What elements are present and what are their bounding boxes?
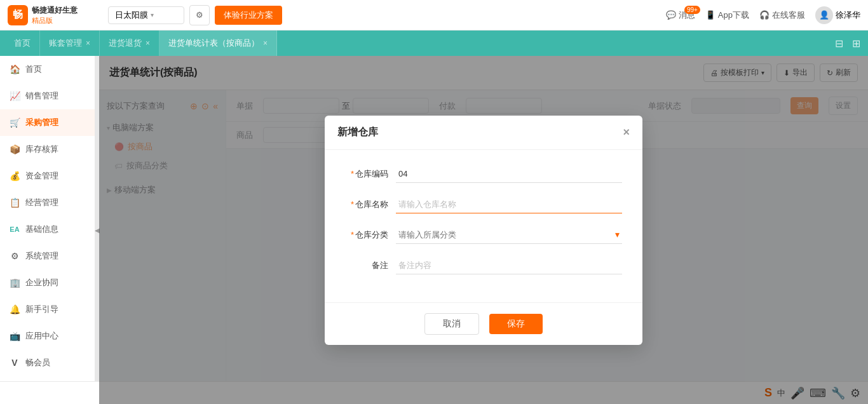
home-icon: 🏠	[9, 64, 20, 75]
content-area: 进货单统计(按商品) 🖨 按模板打印 ▾ ⬇ 导出 ↻ 刷新	[99, 56, 868, 404]
app-download-button[interactable]: 📱 App下载	[705, 10, 749, 21]
form-row-name: 仓库名称	[345, 196, 622, 213]
sidebar: 🏠 首页 📈 销售管理 🛒 采购管理 📦 库存核算 💰 资金管理 📋 经营管理 …	[0, 56, 95, 404]
form-row-code: 仓库编码	[345, 165, 622, 183]
note-input[interactable]	[396, 257, 622, 274]
sidebar-item-guide[interactable]: 🔔 新手引导	[0, 296, 95, 323]
save-button[interactable]: 保存	[489, 314, 543, 334]
gear-icon: ⚙	[196, 10, 203, 20]
app-download-label: App下载	[718, 10, 749, 21]
sidebar-apps-label: 应用中心	[25, 330, 58, 342]
trial-button[interactable]: 体验行业方案	[215, 6, 282, 25]
modal-header: 新增仓库 ×	[325, 116, 642, 150]
sidebar-enterprise-label: 企业协同	[25, 277, 58, 288]
tab-purchase-return[interactable]: 进货退货 ×	[100, 30, 159, 56]
note-label: 备注	[345, 260, 396, 271]
sidebar-vip-label: 畅会员	[25, 357, 50, 368]
vip-icon: V	[9, 357, 20, 368]
form-row-note: 备注	[345, 257, 622, 274]
tab-bar: 首页 账套管理 × 进货退货 × 进货单统计表（按商品） × ⊟ ⊞	[0, 30, 868, 56]
name-label: 仓库名称	[345, 199, 396, 210]
apps-icon: 📺	[9, 330, 20, 342]
headset-icon: 🎧	[759, 10, 770, 20]
tab-account-close[interactable]: ×	[86, 39, 90, 48]
tab-home-label: 首页	[14, 37, 31, 49]
avatar: 👤	[815, 6, 833, 24]
logo-text: 畅捷通好生意 精品版	[32, 5, 78, 25]
sidebar-item-home[interactable]: 🏠 首页	[0, 56, 95, 83]
tab-account-label: 账套管理	[49, 37, 82, 49]
basic-info-icon: EA	[9, 224, 20, 235]
store-name: 日太阳膜	[115, 10, 148, 21]
gear-button[interactable]: ⚙	[189, 5, 210, 25]
enterprise-icon: 🏢	[9, 277, 20, 288]
sidebar-item-apps[interactable]: 📺 应用中心	[0, 323, 95, 349]
inventory-icon: 📦	[9, 144, 20, 155]
top-header: 畅 畅捷通好生意 精品版 日太阳膜 ▾ ⚙ 体验行业方案 💬 消息 99+ 📱 …	[0, 0, 868, 30]
sidebar-system-label: 系统管理	[25, 250, 58, 262]
modal-body: 仓库编码 仓库名称 仓库分类 ▾	[325, 150, 642, 302]
sidebar-item-system[interactable]: ⚙ 系统管理	[0, 243, 95, 269]
tab-purchase-stats[interactable]: 进货单统计表（按商品） ×	[159, 30, 277, 56]
name-input[interactable]	[396, 196, 622, 213]
guide-icon: 🔔	[9, 304, 20, 315]
tab-right-controls: ⊟ ⊞	[832, 37, 863, 50]
sidebar-item-operations[interactable]: 📋 经营管理	[0, 189, 95, 216]
category-select-wrapper: ▾	[396, 226, 622, 244]
sidebar-item-finance[interactable]: 💰 资金管理	[0, 163, 95, 189]
sidebar-item-vip[interactable]: V 畅会员	[0, 349, 95, 376]
sidebar-basic-info-label: 基础信息	[25, 224, 58, 235]
system-icon: ⚙	[9, 250, 20, 262]
finance-icon: 💰	[9, 170, 20, 182]
modal-title: 新增仓库	[337, 126, 378, 139]
tab-account[interactable]: 账套管理 ×	[40, 30, 100, 56]
message-icon: 💬	[666, 10, 676, 20]
modal-close-button[interactable]: ×	[623, 126, 630, 138]
cancel-button[interactable]: 取消	[424, 313, 479, 335]
logo-area: 畅 畅捷通好生意 精品版	[8, 5, 103, 25]
phone-icon: 📱	[705, 10, 715, 20]
sidebar-item-sales[interactable]: 📈 销售管理	[0, 83, 95, 109]
sidebar-item-enterprise[interactable]: 🏢 企业协同	[0, 269, 95, 296]
category-arrow-icon: ▾	[615, 229, 620, 239]
sidebar-inventory-label: 库存核算	[25, 144, 58, 155]
sidebar-operations-label: 经营管理	[25, 197, 58, 208]
logo-sub-text: 精品版	[32, 16, 78, 25]
tab-home[interactable]: 首页	[5, 30, 40, 56]
sales-icon: 📈	[9, 90, 20, 102]
sidebar-home-label: 首页	[25, 64, 42, 75]
category-input[interactable]	[396, 226, 622, 243]
messages-badge: 99+	[684, 6, 700, 14]
sidebar-item-basic-info[interactable]: EA 基础信息	[0, 216, 95, 243]
logo-main-text: 畅捷通好生意	[32, 5, 78, 16]
new-warehouse-modal: 新增仓库 × 仓库编码 仓库名称 仓库	[325, 116, 642, 345]
sidebar-sales-label: 销售管理	[25, 90, 58, 102]
category-label: 仓库分类	[345, 229, 396, 241]
user-profile[interactable]: 👤 徐泽华	[815, 6, 860, 24]
tab-purchase-stats-label: 进货单统计表（按商品）	[168, 37, 259, 49]
tab-minimize-button[interactable]: ⊟	[832, 37, 846, 50]
tab-purchase-return-label: 进货退货	[109, 37, 142, 49]
sidebar-finance-label: 资金管理	[25, 170, 58, 182]
sidebar-item-inventory[interactable]: 📦 库存核算	[0, 136, 95, 163]
code-input[interactable]	[396, 165, 622, 183]
sidebar-purchase-label: 采购管理	[25, 117, 58, 128]
modal-footer: 取消 保存	[325, 302, 642, 345]
tab-purchase-stats-close[interactable]: ×	[263, 39, 268, 48]
online-service-button[interactable]: 🎧 在线客服	[759, 10, 805, 21]
tab-purchase-return-close[interactable]: ×	[146, 39, 150, 48]
messages-button[interactable]: 💬 消息 99+	[666, 10, 695, 21]
form-row-category: 仓库分类 ▾	[345, 226, 622, 244]
username: 徐泽华	[836, 10, 860, 21]
main-layout: 🏠 首页 📈 销售管理 🛒 采购管理 📦 库存核算 💰 资金管理 📋 经营管理 …	[0, 56, 868, 404]
tab-expand-button[interactable]: ⊞	[850, 37, 863, 50]
online-service-label: 在线客服	[772, 10, 805, 21]
modal-overlay: 新增仓库 × 仓库编码 仓库名称 仓库	[99, 56, 868, 404]
operations-icon: 📋	[9, 197, 20, 208]
chevron-down-icon: ▾	[151, 11, 154, 18]
sidebar-item-purchase[interactable]: 🛒 采购管理	[0, 109, 95, 136]
sidebar-guide-label: 新手引导	[25, 304, 58, 315]
store-selector[interactable]: 日太阳膜 ▾	[108, 6, 184, 24]
purchase-icon: 🛒	[9, 117, 20, 128]
logo-icon: 畅	[8, 5, 28, 25]
